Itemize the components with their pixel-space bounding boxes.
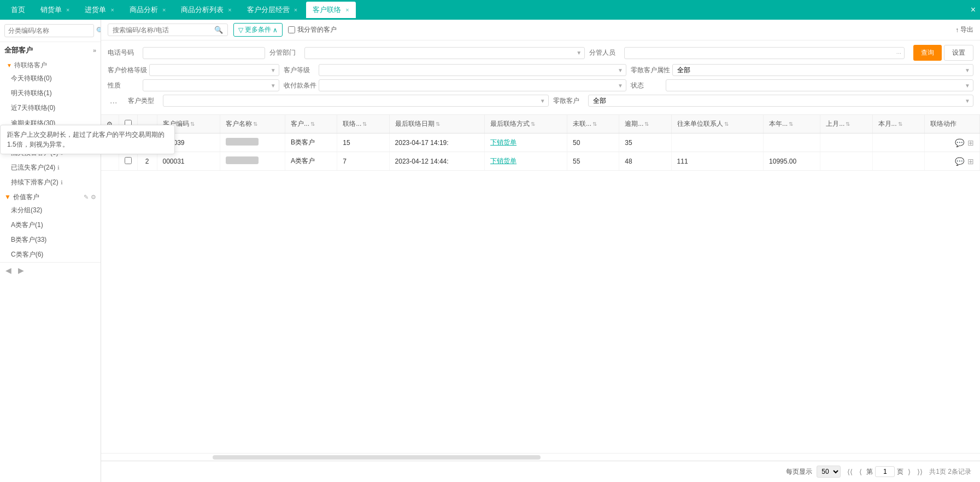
person-input[interactable]	[624, 47, 905, 59]
row-method-1[interactable]: 下销货单	[485, 133, 567, 152]
sidebar-item-tomorrow[interactable]: 明天待联络(1)	[0, 86, 101, 101]
status-select[interactable]	[666, 79, 973, 91]
more-icon-1[interactable]: ⊞	[967, 138, 974, 147]
customer-level-select[interactable]	[319, 64, 626, 76]
col-name[interactable]: 客户名称⇅	[220, 115, 285, 133]
dots-btn[interactable]: ...	[108, 96, 119, 106]
row-company-1	[671, 133, 764, 152]
tab-close-icon[interactable]: ×	[345, 7, 349, 13]
tab-close-icon[interactable]: ×	[294, 7, 297, 13]
pagination-bar: 每页显示 50 ⟨⟨ ⟨ 第 页 ⟩ ⟩⟩ 共1页 2条记录	[101, 461, 980, 482]
col-overdue[interactable]: 逾期...⇅	[619, 115, 671, 133]
edit-icon[interactable]: ✎	[84, 194, 89, 201]
sidebar-all-customers[interactable]: 全部客户 »	[0, 42, 101, 59]
prev-page-btn[interactable]: ⟨	[857, 467, 864, 477]
sidebar-search-icon[interactable]: 🔍	[96, 27, 101, 34]
content-area: 🔍 ▽ 更多条件 ∧ 我分管的客户 ↑ 导出 电话号码	[101, 20, 980, 482]
my-customers-checkbox[interactable]: 我分管的客户	[288, 25, 337, 34]
row-method-2[interactable]: 下销货单	[485, 152, 567, 171]
set-button[interactable]: 设置	[944, 45, 973, 61]
col-this-month[interactable]: 本月...⇅	[872, 115, 924, 133]
tab-close-icon[interactable]: ×	[110, 7, 114, 13]
tab-home[interactable]: 首页	[4, 2, 32, 18]
page-input[interactable]	[875, 466, 895, 477]
search-input[interactable]	[113, 26, 214, 34]
row-action-2: 💬 ⊞	[924, 152, 979, 171]
tab-customer-contact[interactable]: 客户联络 ×	[306, 2, 355, 18]
filter-bar: 🔍 ▽ 更多条件 ∧ 我分管的客户 ↑ 导出	[101, 20, 980, 40]
query-button[interactable]: 查询	[913, 45, 942, 61]
price-level-select[interactable]	[149, 64, 279, 76]
col-not-contacted[interactable]: 未联...⇅	[567, 115, 619, 133]
tab-close-icon[interactable]: ×	[228, 7, 231, 13]
filter-buttons: 查询 设置	[913, 45, 973, 61]
next-page-btn[interactable]: ⟩	[906, 467, 913, 477]
sidebar-item-a-class[interactable]: A类客户(1)	[0, 218, 101, 233]
col-this-year[interactable]: 本年...⇅	[764, 115, 820, 133]
payment-select[interactable]	[319, 79, 626, 91]
filter-gender: 性质 ▼	[108, 79, 279, 91]
search-icon[interactable]: 🔍	[214, 26, 223, 34]
tab-sales-order[interactable]: 销货单 ×	[34, 2, 76, 18]
col-company-contact[interactable]: 往来单位联系人⇅	[671, 115, 764, 133]
retail-attr-select[interactable]: 全部	[672, 64, 973, 76]
table-row: 1 000039 B类客户 15 2023-04-17 14:19: 下销货单 …	[101, 133, 980, 152]
scrollbar-thumb[interactable]	[213, 455, 541, 460]
sidebar-search-bar: 🔍	[0, 20, 101, 42]
retail-customer-select[interactable]: 全部	[588, 95, 973, 107]
top-nav: 首页 销货单 × 进货单 × 商品分析 × 商品分析列表 × 客户分层经营 × …	[0, 0, 980, 20]
blurred-name-2	[226, 156, 259, 164]
row-checkbox-2[interactable]	[119, 152, 137, 171]
tab-product-analysis[interactable]: 商品分析 ×	[123, 2, 172, 18]
more-icon-2[interactable]: ⊞	[967, 157, 974, 166]
export-btn[interactable]: ↑ 导出	[955, 25, 973, 34]
sidebar: 🔍 全部客户 » ▼ 待联络客户 今天待联络(0) 明天待联络(1) 近7天待联…	[0, 20, 101, 482]
tab-close-icon[interactable]: ×	[162, 7, 166, 13]
customer-type-select[interactable]	[163, 95, 548, 107]
tab-customer-segment[interactable]: 客户分层经营 ×	[240, 2, 304, 18]
col-customer-type[interactable]: 客户...⇅	[285, 115, 337, 133]
chat-icon-1[interactable]: 💬	[955, 138, 964, 147]
table-area: ⚙ 客户编码⇅ 客户名称⇅ 客户...⇅ 联络...⇅ 最后联络日期⇅ 最后联络…	[101, 115, 980, 453]
tab-product-analysis-list[interactable]: 商品分析列表 ×	[174, 2, 238, 18]
sidebar-prev-btn[interactable]: ◀	[2, 265, 15, 276]
page-label-prefix: 第	[866, 467, 873, 477]
sidebar-item-b-class[interactable]: B类客户(33)	[0, 233, 101, 247]
ellipsis-icon[interactable]: ···	[896, 50, 901, 56]
row-lastmonth-1	[820, 133, 872, 152]
my-customers-check[interactable]	[288, 26, 295, 33]
first-page-btn[interactable]: ⟨⟨	[845, 467, 855, 477]
filter-payment: 收付款条件 ▼	[284, 79, 626, 91]
tab-close-icon[interactable]: ×	[66, 7, 69, 13]
tab-purchase[interactable]: 进货单 ×	[78, 2, 120, 18]
more-conditions-btn[interactable]: ▽ 更多条件 ∧	[233, 23, 283, 37]
sidebar-search-input[interactable]	[4, 24, 94, 37]
col-last-contact-method[interactable]: 最后联络方式⇅	[485, 115, 567, 133]
sidebar-item-c-class[interactable]: C类客户(6)	[0, 247, 101, 262]
sidebar-item-declining[interactable]: 持续下滑客户(2) ℹ	[0, 175, 101, 190]
sidebar-item-7days[interactable]: 近7天待联络(0)	[0, 101, 101, 115]
advanced-filter: 电话号码 分管部门 ▼ 分管人员 ···	[101, 40, 980, 115]
sidebar-item-lost[interactable]: 已流失客户(24) ℹ	[0, 160, 101, 175]
col-last-month[interactable]: 上月...⇅	[820, 115, 872, 133]
sidebar-value-group-header[interactable]: ▼ 价值客户 ✎ ⚙	[0, 190, 101, 203]
sidebar-item-today[interactable]: 今天待联络(0)	[0, 71, 101, 86]
sidebar-next-btn[interactable]: ▶	[15, 265, 27, 276]
col-last-contact-date[interactable]: 最后联络日期⇅	[389, 115, 485, 133]
sidebar-group-pending[interactable]: ▼ 待联络客户	[0, 59, 101, 71]
sidebar-group-arrow: ▼	[7, 62, 12, 68]
phone-input[interactable]	[143, 47, 265, 59]
window-close-icon[interactable]: ×	[971, 5, 976, 15]
horizontal-scrollbar[interactable]	[101, 453, 980, 461]
sidebar-item-ungrouped[interactable]: 未分组(32)	[0, 203, 101, 218]
row-contact-1: 15	[337, 133, 389, 152]
search-box: 🔍	[108, 24, 228, 36]
last-page-btn[interactable]: ⟩⟩	[915, 467, 925, 477]
per-page-select[interactable]: 50	[817, 466, 841, 478]
col-contact-count[interactable]: 联络...⇅	[337, 115, 389, 133]
customer-table: ⚙ 客户编码⇅ 客户名称⇅ 客户...⇅ 联络...⇅ 最后联络日期⇅ 最后联络…	[101, 115, 980, 171]
chat-icon-2[interactable]: 💬	[955, 157, 964, 166]
settings-icon-sidebar[interactable]: ⚙	[91, 194, 96, 201]
gender-select[interactable]	[143, 79, 279, 91]
dept-select[interactable]	[304, 47, 585, 59]
